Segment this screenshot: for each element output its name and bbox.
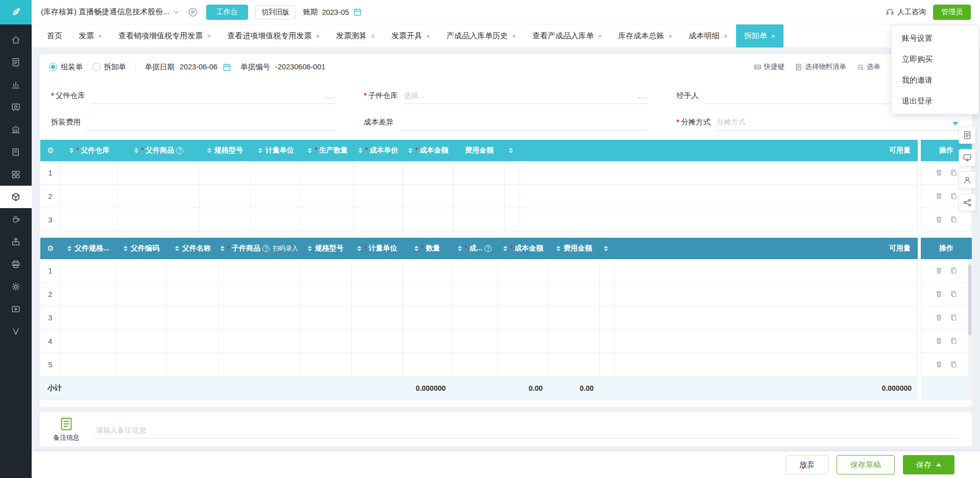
table-cell[interactable] <box>118 208 200 232</box>
table-cell[interactable] <box>219 306 300 330</box>
table-cell[interactable] <box>352 330 403 353</box>
table-cell[interactable] <box>116 353 167 376</box>
tab-view-input-vat-invoice[interactable]: 查看进项增值税专用发票 <box>219 24 328 47</box>
column-header[interactable]: 费用金额 <box>549 238 600 259</box>
close-icon[interactable] <box>98 33 102 40</box>
column-header[interactable]: 父件编码 <box>116 238 167 259</box>
support-link[interactable]: 人工咨询 <box>886 8 926 17</box>
sort-icon[interactable] <box>509 148 513 153</box>
sidebar-item-ledger[interactable] <box>0 141 32 163</box>
table-cell[interactable] <box>167 306 219 330</box>
column-header[interactable]: 费用金额 <box>454 140 505 161</box>
calendar-icon[interactable] <box>223 63 231 71</box>
workbench-button[interactable]: 工作台 <box>206 5 248 20</box>
close-icon[interactable] <box>598 33 602 40</box>
table-cell[interactable] <box>61 330 116 353</box>
table-cell[interactable] <box>520 185 918 208</box>
discard-button[interactable]: 放弃 <box>786 455 828 474</box>
column-header[interactable]: 父件规格... <box>61 238 116 259</box>
table-cell[interactable] <box>61 259 116 283</box>
column-settings-button[interactable] <box>40 238 61 259</box>
table-cell[interactable] <box>61 306 116 330</box>
shortcut-keys-button[interactable]: 快捷键 <box>754 62 785 71</box>
delete-icon[interactable] <box>935 169 943 177</box>
radio-disassembly[interactable]: 拆卸单 <box>92 62 127 72</box>
table-cell[interactable] <box>354 161 403 185</box>
save-button[interactable]: 保存 <box>903 455 954 474</box>
table-cell[interactable] <box>505 208 520 232</box>
scan-entry-button[interactable]: 扫码录入 <box>273 244 298 253</box>
doc-no-value[interactable]: -20230606-001 <box>275 63 325 71</box>
column-header[interactable]: 数量 <box>403 238 452 259</box>
help-icon[interactable] <box>176 147 183 154</box>
table-cell[interactable] <box>600 306 615 330</box>
column-header[interactable] <box>600 238 615 259</box>
table-cell[interactable] <box>251 208 302 232</box>
date-value[interactable]: 2023-06-06 <box>180 63 217 71</box>
table-cell[interactable] <box>615 259 918 283</box>
delete-icon[interactable] <box>935 314 943 321</box>
remark-input[interactable] <box>94 426 959 438</box>
cost-diff-input[interactable] <box>399 118 648 128</box>
column-header[interactable] <box>505 140 520 161</box>
table-cell[interactable] <box>600 353 615 376</box>
tab-invoice-calc[interactable]: 发票测算 <box>328 24 383 47</box>
copy-icon[interactable] <box>950 314 958 321</box>
table-cell[interactable] <box>498 283 549 306</box>
column-header[interactable]: 父件商品 <box>118 140 200 161</box>
table-cell[interactable] <box>454 161 505 185</box>
sidebar-item-reports[interactable] <box>0 73 32 96</box>
app-logo[interactable] <box>0 0 32 24</box>
column-header[interactable]: 成本单价 <box>354 140 403 161</box>
table-cell[interactable] <box>302 208 354 232</box>
user-tool-button[interactable] <box>959 171 976 189</box>
table-cell[interactable] <box>167 330 219 353</box>
sidebar-item-settings[interactable] <box>0 275 32 298</box>
copy-icon[interactable] <box>950 169 958 177</box>
column-header[interactable]: 规格型号 <box>300 238 352 259</box>
sidebar-item-cashier[interactable] <box>0 96 32 118</box>
table-cell[interactable] <box>167 283 219 306</box>
table-cell[interactable] <box>549 330 600 353</box>
tab-disassembly[interactable]: 拆卸单 <box>736 24 783 47</box>
table-cell[interactable] <box>219 283 300 306</box>
org-badge-icon[interactable] <box>187 6 199 18</box>
column-header[interactable]: 成本金额 <box>498 238 549 259</box>
table-cell[interactable] <box>302 185 354 208</box>
sort-icon[interactable] <box>358 148 362 153</box>
table-cell[interactable] <box>403 330 452 353</box>
ellipsis-picker-icon[interactable]: ··· <box>638 93 647 101</box>
flow-tool-button[interactable] <box>959 194 976 211</box>
copy-icon[interactable] <box>950 361 958 368</box>
table-cell[interactable] <box>352 306 403 330</box>
copy-icon[interactable] <box>950 216 958 223</box>
sort-icon[interactable] <box>124 246 128 251</box>
table-cell[interactable] <box>352 353 403 376</box>
org-selector[interactable]: (库存核算) 直播畅捷通信息技术股份... <box>41 7 180 17</box>
sidebar-item-print[interactable] <box>0 253 32 275</box>
table-cell[interactable] <box>300 259 352 283</box>
table-cell[interactable] <box>352 259 403 283</box>
table-cell[interactable] <box>167 259 219 283</box>
table-cell[interactable] <box>520 208 918 232</box>
table-cell[interactable] <box>354 208 403 232</box>
table-cell[interactable] <box>454 208 505 232</box>
copy-icon[interactable] <box>950 267 958 274</box>
table-cell[interactable] <box>498 259 549 283</box>
sort-icon[interactable] <box>357 246 361 251</box>
sort-icon[interactable] <box>414 246 419 251</box>
table-cell[interactable] <box>302 161 354 185</box>
doc-tool-button[interactable] <box>959 127 976 144</box>
table-cell[interactable] <box>452 259 498 283</box>
close-icon[interactable] <box>771 33 775 40</box>
table-cell[interactable] <box>403 185 454 208</box>
disassembly-fee-input[interactable] <box>86 118 335 128</box>
table-cell[interactable] <box>61 353 116 376</box>
table-cell[interactable] <box>116 283 167 306</box>
sidebar-item-export[interactable] <box>0 231 32 253</box>
column-header[interactable]: 规格型号 <box>200 140 251 161</box>
close-icon[interactable] <box>668 33 672 40</box>
sort-icon[interactable] <box>458 246 462 251</box>
menu-item-account-settings[interactable]: 账号设置 <box>892 28 978 49</box>
table-cell[interactable] <box>167 353 219 376</box>
